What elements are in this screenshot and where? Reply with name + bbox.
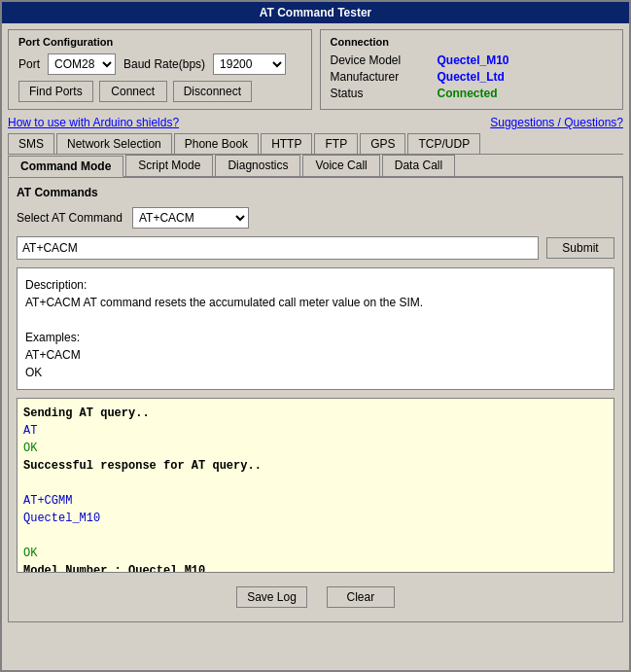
baud-select[interactable]: 19200 [213,53,286,75]
arduino-link[interactable]: How to use with Arduino shields? [8,116,179,129]
log-line-2: AT [23,422,608,440]
log-line-1: Sending AT query.. [23,405,608,422]
log-line-9: OK [23,545,608,562]
find-ports-button[interactable]: Find Ports [18,81,93,102]
submit-button[interactable]: Submit [546,237,614,259]
port-select[interactable]: COM28 [48,53,116,75]
disconnect-button[interactable]: Disconnect [173,81,252,102]
window-title: AT Command Tester [260,6,372,19]
clear-button[interactable]: Clear [327,586,395,608]
device-model-label: Device Model [331,53,428,67]
status-value: Connected [438,87,498,100]
at-command-input[interactable] [17,236,539,260]
tab-phone-book[interactable]: Phone Book [174,133,259,154]
sub-tabs-row: Command Mode Script Mode Diagnostics Voi… [8,155,623,177]
device-model-value: Quectel_M10 [438,53,509,67]
sub-tab-data-call[interactable]: Data Call [382,155,455,176]
description-text: Description: AT+CACM AT command resets t… [25,276,606,381]
sub-tab-command-mode[interactable]: Command Mode [8,156,123,177]
sub-tab-script-mode[interactable]: Script Mode [125,155,213,176]
log-box[interactable]: Sending AT query.. AT OK Successful resp… [17,398,614,573]
link-bar: How to use with Arduino shields? Suggest… [8,116,623,129]
log-line-6: AT+CGMM [23,492,608,510]
connect-button[interactable]: Connect [99,81,167,102]
bottom-buttons: Save Log Clear [17,581,614,614]
log-line-5 [23,475,608,492]
tab-sms[interactable]: SMS [8,133,54,154]
save-log-button[interactable]: Save Log [236,586,307,608]
tabs-row: SMS Network Selection Phone Book HTTP FT… [8,133,623,155]
port-config-title: Port Configuration [18,36,301,48]
tab-tcp-udp[interactable]: TCP/UDP [407,133,480,154]
tab-ftp[interactable]: FTP [314,133,358,154]
log-line-4: Successful response for AT query.. [23,457,608,475]
baud-label: Baud Rate(bps) [123,57,205,71]
description-box: Description: AT+CACM AT command resets t… [17,267,614,390]
input-submit-row: Submit [17,236,614,260]
select-at-label: Select AT Command [17,211,123,225]
tab-http[interactable]: HTTP [261,133,312,154]
port-config-panel: Port Configuration Port COM28 Baud Rate(… [8,29,312,110]
connection-panel: Connection Device Model Quectel_M10 Manu… [320,29,624,110]
main-window: AT Command Tester Port Configuration Por… [0,0,631,672]
sub-tab-voice-call[interactable]: Voice Call [302,155,379,176]
suggestions-link[interactable]: Suggestions / Questions? [490,116,623,129]
log-line-3: OK [23,440,608,457]
connection-title: Connection [331,36,613,48]
at-commands-panel: AT Commands Select AT Command AT+CACM Su… [8,177,623,622]
manufacturer-value: Quectel_Ltd [438,70,505,84]
at-command-select[interactable]: AT+CACM [132,207,249,229]
tab-network-selection[interactable]: Network Selection [56,133,172,154]
manufacturer-label: Manufacturer [331,70,428,84]
status-label: Status [331,87,428,100]
at-commands-title: AT Commands [17,186,614,199]
log-line-8 [23,527,608,545]
log-line-7: Quectel_M10 [23,510,608,527]
log-line-10: Model Number : Quectel_M10 [23,562,608,573]
sub-tab-diagnostics[interactable]: Diagnostics [215,155,300,176]
title-bar: AT Command Tester [2,2,629,23]
port-label: Port [18,57,40,71]
tab-gps[interactable]: GPS [360,133,405,154]
select-row: Select AT Command AT+CACM [17,207,614,229]
